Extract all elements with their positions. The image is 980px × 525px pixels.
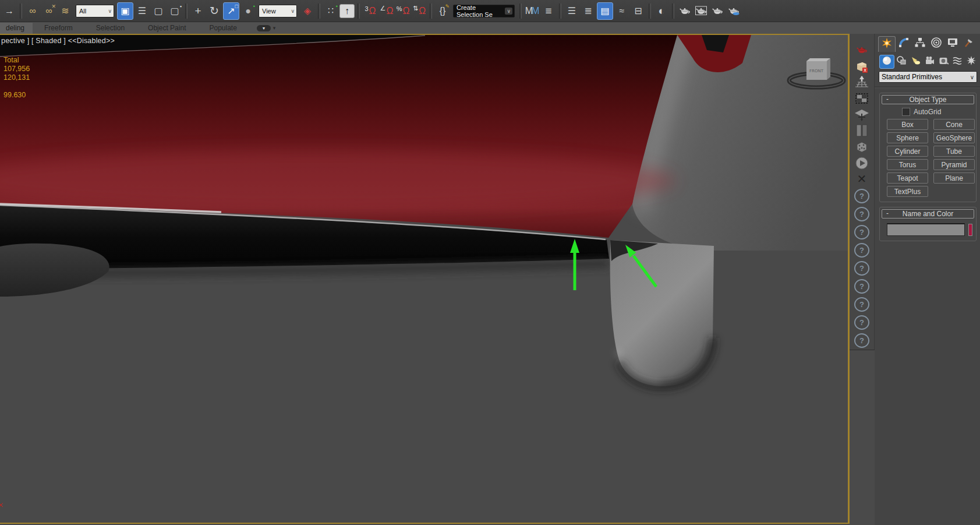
category-systems[interactable] xyxy=(964,55,978,68)
tab-motion-icon xyxy=(931,37,942,51)
select-and-move-button[interactable]: + xyxy=(190,3,206,19)
rendered-frame-window-button[interactable] xyxy=(694,3,709,19)
select-object-button[interactable]: ▣ xyxy=(117,2,133,20)
close-x-button[interactable]: ✕ xyxy=(852,171,872,187)
window-crossing-toggle[interactable]: ▢▪ xyxy=(167,3,182,19)
ribbon-options-caret[interactable]: ▾ xyxy=(273,25,276,31)
grid-arrow-button[interactable] xyxy=(852,74,872,90)
objtype-pyramid-button[interactable]: Pyramid xyxy=(933,159,975,170)
ribbon-minimize-button[interactable]: ▼ xyxy=(257,25,271,31)
category-space-warps[interactable] xyxy=(950,55,964,68)
mud-flap-mesh[interactable] xyxy=(610,240,714,386)
select-and-place-button[interactable]: ●• xyxy=(240,3,256,19)
placeholder-button-6[interactable]: ? xyxy=(854,279,869,294)
tab-hierarchy-icon xyxy=(914,37,926,51)
objtype-box-button[interactable]: Box xyxy=(887,119,928,130)
toggle-scene-explorer-button[interactable]: ☰ xyxy=(564,3,579,19)
play-button[interactable] xyxy=(852,155,872,171)
select-by-name-button[interactable]: ☰ xyxy=(135,3,150,19)
command-panel: Standard Primitives ∨ - Object Type Auto… xyxy=(875,34,980,525)
category-geometry[interactable] xyxy=(879,55,894,69)
render-production-button[interactable] xyxy=(710,3,725,19)
tab-modeling[interactable]: deling xyxy=(0,23,33,34)
tab-display[interactable] xyxy=(944,36,961,51)
objtype-cone-button[interactable]: Cone xyxy=(933,119,975,130)
edit-named-selection-sets-button[interactable]: {}✎ xyxy=(435,3,450,19)
tab-object-paint[interactable]: Object Paint xyxy=(136,23,197,34)
select-and-rotate-button[interactable]: ↻ xyxy=(207,3,222,19)
tab-modify[interactable] xyxy=(896,36,912,51)
render-setup-button[interactable] xyxy=(677,3,692,19)
object-name-field[interactable] xyxy=(887,223,965,236)
placeholder-button-4[interactable]: ? xyxy=(854,243,869,258)
object-type-rollout-header[interactable]: - Object Type xyxy=(882,95,974,104)
objtype-textplus-button[interactable]: TextPlus xyxy=(887,186,928,197)
placeholder-button-1[interactable]: ? xyxy=(854,189,869,203)
percent-snap-toggle[interactable]: %Ω xyxy=(395,3,411,19)
perspective-viewport[interactable]: FRONT pective ] [ Shaded ] <<Disabled>> … xyxy=(0,34,850,524)
toggle-ribbon-button[interactable]: ▤ xyxy=(597,2,613,20)
autogrid-checkbox[interactable] xyxy=(902,108,910,116)
placeholder-button-7[interactable]: ? xyxy=(854,297,869,312)
unlink-selection-button[interactable]: ∞✕ xyxy=(41,3,56,19)
plane-move-button[interactable] xyxy=(852,107,872,123)
category-cameras[interactable] xyxy=(922,55,936,68)
objtype-torus-button[interactable]: Torus xyxy=(887,159,928,170)
primitives-category-dropdown[interactable]: Standard Primitives ∨ xyxy=(879,71,977,83)
tab-freeform[interactable]: Freeform xyxy=(33,23,84,34)
keyboard-shortcut-override-toggle[interactable]: ↑ xyxy=(339,4,355,18)
tab-create[interactable] xyxy=(878,36,896,52)
objtype-plane-button[interactable]: Plane xyxy=(933,172,975,184)
schematic-view-button[interactable]: ⊟ xyxy=(631,3,646,19)
objtype-geosphere-button[interactable]: GeoSphere xyxy=(933,132,975,143)
delete-box-button[interactable]: x xyxy=(852,58,872,75)
angle-snap-toggle[interactable]: ∠Ω xyxy=(379,3,394,19)
align-button[interactable]: ≡ xyxy=(541,3,556,19)
tab-hierarchy[interactable] xyxy=(912,36,928,51)
selection-filter-dropdown[interactable]: All∨ xyxy=(76,5,114,17)
objtype-tube-button[interactable]: Tube xyxy=(933,146,975,157)
placeholder-button-8[interactable]: ? xyxy=(854,315,869,330)
tab-populate[interactable]: Populate xyxy=(197,23,248,34)
viewport-label[interactable]: pective ] [ Shaded ] <<Disabled>> xyxy=(1,37,115,45)
reference-coordinate-system-dropdown[interactable]: View∨ xyxy=(259,5,297,17)
curve-editor-button[interactable]: ≈ xyxy=(614,3,629,19)
spinner-snap-toggle[interactable]: ⇅Ω xyxy=(412,3,427,19)
ribbon-tab-bar: delingFreeformSelectionObject PaintPopul… xyxy=(0,22,980,34)
category-helpers[interactable] xyxy=(936,55,950,68)
main-toolbar: →∞∞✕≋All∨▣☰▢▢▪+↻↗□●•View∨◈∷•↑3Ω∠Ω%Ω⇅Ω{}✎… xyxy=(0,0,980,22)
select-and-scale-button[interactable]: ↗□ xyxy=(223,2,239,20)
toggle-layer-explorer-button[interactable]: ≣ xyxy=(581,3,596,19)
flyout-arrow-icon[interactable]: → xyxy=(2,3,17,19)
tab-selection[interactable]: Selection xyxy=(84,23,136,34)
checker-pattern-button[interactable] xyxy=(852,90,872,107)
placeholder-button-5[interactable]: ? xyxy=(854,261,869,276)
placeholder-button-3[interactable]: ? xyxy=(854,225,869,239)
objtype-sphere-button[interactable]: Sphere xyxy=(887,132,928,143)
textured-cube-button[interactable] xyxy=(852,139,872,155)
objtype-cylinder-button[interactable]: Cylinder xyxy=(887,146,928,157)
snaps-toggle-3d[interactable]: 3Ω xyxy=(363,3,378,19)
placeholder-button-2[interactable]: ? xyxy=(854,207,869,221)
object-color-swatch[interactable] xyxy=(968,224,972,236)
rectangular-selection-region-button[interactable]: ▢ xyxy=(151,3,166,19)
primitives-dropdown-value: Standard Primitives xyxy=(882,73,942,81)
placeholder-button-9[interactable]: ? xyxy=(854,333,869,348)
material-editor-button[interactable]: ◐ xyxy=(654,3,669,19)
objtype-teapot-button[interactable]: Teapot xyxy=(887,172,928,184)
macro-teapot-button[interactable] xyxy=(852,42,872,58)
tab-motion[interactable] xyxy=(928,36,944,51)
tab-utilities[interactable] xyxy=(961,36,977,51)
render-in-cloud-button[interactable] xyxy=(726,3,741,19)
category-shapes[interactable] xyxy=(894,55,908,68)
category-lights[interactable] xyxy=(908,55,922,68)
bind-to-space-warp-button[interactable]: ≋ xyxy=(58,3,73,19)
select-and-manipulate-button[interactable]: ∷• xyxy=(323,3,338,19)
select-and-link-button[interactable]: ∞ xyxy=(25,3,40,19)
use-pivot-point-center-button[interactable]: ◈ xyxy=(300,3,315,19)
door-panels-button[interactable] xyxy=(852,122,872,139)
named-selection-sets-combo[interactable]: Create Selection Se∨ xyxy=(453,5,515,17)
mirror-button[interactable]: MM xyxy=(525,3,540,19)
name-and-color-rollout-header[interactable]: - Name and Color xyxy=(882,209,974,219)
object-type-title: Object Type xyxy=(910,96,947,104)
